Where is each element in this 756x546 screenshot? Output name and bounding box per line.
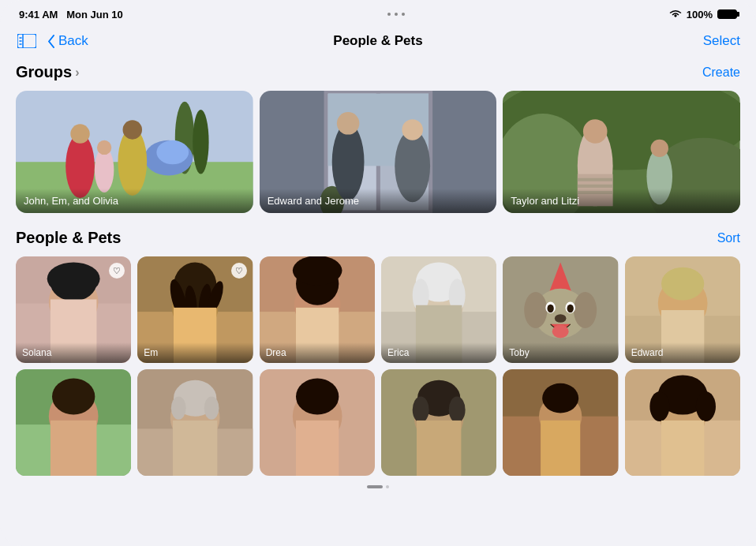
svg-point-94	[171, 397, 186, 420]
groups-grid: John, Em, and Olivia	[16, 91, 740, 213]
person-label-em: Em	[137, 342, 253, 363]
status-dot-3	[402, 13, 405, 16]
nav-title: People & Pets	[333, 33, 422, 49]
svg-point-116	[649, 391, 669, 421]
svg-rect-89	[51, 421, 97, 476]
status-bar: 9:41 AM Mon Jun 10 100%	[0, 0, 756, 25]
heart-icon-em: ♡	[231, 263, 247, 279]
status-dot-1	[387, 13, 391, 16]
battery-icon	[717, 9, 737, 19]
status-right: 100%	[669, 9, 737, 21]
svg-rect-33	[578, 178, 613, 181]
svg-point-73	[574, 292, 597, 328]
svg-point-14	[123, 120, 142, 139]
person-card-r2c4[interactable]	[381, 369, 496, 476]
group-3-label: Taylor and Litzi	[503, 189, 740, 213]
svg-point-43	[47, 262, 100, 295]
svg-point-58	[292, 256, 342, 286]
status-time-text: 9:41 AM	[19, 9, 58, 21]
status-dot-2	[395, 13, 398, 16]
person-label-edward: Edward	[625, 342, 740, 363]
people-grid-row2	[16, 369, 740, 476]
svg-rect-100	[296, 421, 339, 476]
svg-point-95	[204, 397, 219, 420]
person-card-solana[interactable]: ♡ Solana	[16, 256, 131, 363]
svg-point-79	[552, 325, 569, 338]
person-card-drea[interactable]: Drea	[260, 256, 375, 363]
group-card-1[interactable]: John, Em, and Olivia	[16, 91, 253, 213]
battery-percent: 100%	[687, 9, 713, 21]
person-card-edward[interactable]: Edward	[625, 256, 740, 363]
content-area: Groups › Create	[0, 60, 756, 488]
svg-point-77	[567, 305, 574, 312]
groups-title: Groups	[16, 63, 72, 81]
chevron-left-icon	[47, 35, 55, 48]
svg-point-12	[70, 124, 89, 143]
wifi-icon	[669, 9, 682, 19]
nav-left: Back	[16, 32, 88, 50]
svg-point-78	[555, 314, 567, 322]
back-button[interactable]: Back	[47, 33, 88, 49]
sidebar-icon	[17, 34, 36, 48]
person-card-r2c6[interactable]	[625, 369, 740, 476]
svg-point-88	[52, 379, 95, 415]
create-button[interactable]: Create	[702, 65, 740, 80]
page-dot-2	[386, 485, 389, 488]
person-card-r2c2[interactable]	[137, 369, 253, 476]
svg-rect-96	[173, 421, 217, 476]
person-card-r2c3[interactable]	[260, 369, 375, 476]
groups-title-row[interactable]: Groups ›	[16, 63, 79, 81]
group-2-label: Edward and Jerome	[260, 189, 497, 213]
svg-point-110	[542, 383, 578, 413]
person-card-toby[interactable]: Toby	[503, 256, 618, 363]
status-time: 9:41 AM Mon Jun 10	[19, 9, 123, 21]
back-label: Back	[58, 33, 88, 49]
group-card-3[interactable]: Taylor and Litzi	[503, 91, 740, 213]
svg-rect-106	[417, 421, 461, 476]
svg-rect-118	[661, 421, 704, 476]
svg-point-105	[449, 397, 466, 423]
svg-point-83	[661, 267, 704, 301]
people-grid-row1: ♡ Solana ♡ Em	[16, 256, 740, 363]
page-dot-1	[367, 485, 383, 488]
sort-button[interactable]: Sort	[717, 231, 740, 245]
group-1-label: John, Em, and Olivia	[16, 189, 253, 213]
svg-point-24	[337, 112, 360, 135]
svg-rect-111	[541, 421, 580, 476]
people-title: People & Pets	[16, 229, 121, 247]
status-date-text: Mon Jun 10	[66, 9, 123, 21]
svg-point-76	[548, 305, 554, 312]
svg-point-10	[156, 140, 189, 165]
person-card-r2c5[interactable]	[503, 369, 618, 476]
svg-point-16	[97, 140, 111, 155]
svg-point-117	[696, 391, 716, 421]
person-label-solana: Solana	[16, 342, 131, 363]
svg-point-72	[525, 292, 548, 328]
groups-section-header: Groups › Create	[16, 63, 740, 81]
person-card-r2c1[interactable]	[16, 369, 131, 476]
person-label-erica: Erica	[381, 342, 496, 363]
nav-bar: Back People & Pets Select	[0, 25, 756, 60]
svg-point-8	[193, 110, 208, 174]
sidebar-toggle-button[interactable]	[16, 32, 38, 50]
person-label-drea: Drea	[260, 342, 375, 363]
groups-chevron-icon: ›	[75, 65, 79, 80]
status-center	[387, 13, 405, 16]
person-card-erica[interactable]: Erica	[381, 256, 496, 363]
svg-point-99	[296, 379, 339, 415]
svg-point-104	[413, 397, 429, 423]
page-indicator	[16, 485, 740, 488]
person-card-em[interactable]: ♡ Em	[137, 256, 253, 363]
people-section-header: People & Pets Sort	[16, 229, 740, 247]
svg-rect-34	[578, 185, 613, 188]
person-label-toby: Toby	[503, 342, 618, 363]
svg-point-36	[583, 119, 608, 144]
device-frame: 9:41 AM Mon Jun 10 100%	[0, 0, 756, 546]
svg-point-26	[402, 119, 422, 140]
select-button[interactable]: Select	[703, 33, 740, 49]
svg-point-38	[651, 140, 668, 157]
group-card-2[interactable]: Edward and Jerome	[260, 91, 497, 213]
